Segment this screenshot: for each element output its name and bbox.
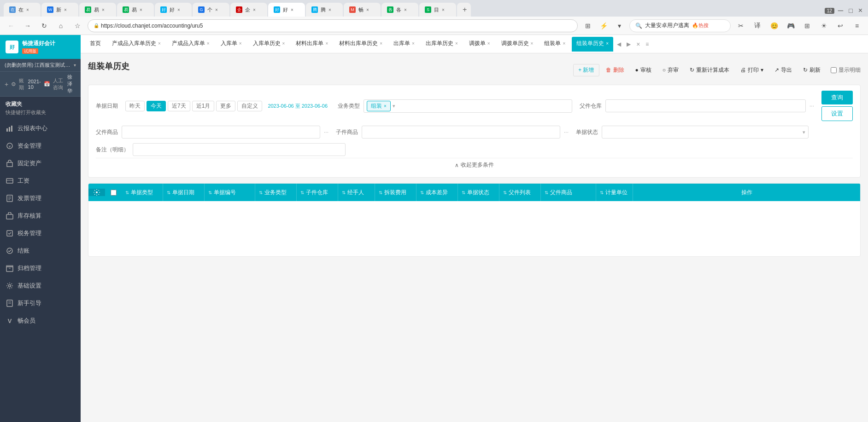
child-goods-more[interactable]: ··· <box>564 129 569 135</box>
th-biz-type[interactable]: ⇅ 业务类型 <box>255 184 297 201</box>
th-cost-diff[interactable]: ⇅ 成本差异 <box>416 184 458 201</box>
apps-icon[interactable]: ⊞ <box>581 19 594 32</box>
scissors-icon[interactable]: ✂ <box>734 19 747 32</box>
recalculate-button[interactable]: ↻ 重新计算成本 <box>685 64 734 76</box>
nav-tab-3[interactable]: 入库单 × <box>216 37 246 52</box>
tab-11[interactable]: 各 各 × <box>381 3 418 17</box>
nav-tab-9[interactable]: 调拨单 × <box>464 37 495 52</box>
abandon-button[interactable]: ○ 弃审 <box>658 64 683 76</box>
nav-tab-2[interactable]: 产成品入库单 × <box>167 37 214 52</box>
nav-tab-4-close[interactable]: × <box>282 41 285 46</box>
sidebar-item-salary[interactable]: 工资 <box>0 172 81 190</box>
th-parent-goods[interactable]: ⇅ 父件商品 <box>541 184 596 201</box>
nav-tab-10[interactable]: 调拨单历史 × <box>497 37 538 52</box>
nav-close-all-icon[interactable]: × <box>634 40 642 48</box>
th-parent-list[interactable]: ⇅ 父件列表 <box>499 184 541 201</box>
close-icon[interactable]: × <box>856 6 864 15</box>
nav-tab-7[interactable]: 出库单 × <box>389 37 419 52</box>
nav-tab-2-close[interactable]: × <box>207 41 210 46</box>
nav-tab-11-close[interactable]: × <box>563 41 565 46</box>
tab-close-12[interactable]: × <box>442 7 445 12</box>
minimize-icon[interactable]: ─ <box>836 6 845 15</box>
menu-icon[interactable]: ≡ <box>850 19 863 32</box>
th-checkbox[interactable] <box>105 190 122 196</box>
delete-button[interactable]: 🗑 删除 <box>601 64 629 76</box>
nav-tab-3-close[interactable]: × <box>239 41 242 46</box>
tab-close-1[interactable]: × <box>26 7 29 12</box>
sidebar-item-member[interactable]: V 畅会员 <box>0 312 81 330</box>
tab-close-2[interactable]: × <box>64 7 67 12</box>
tab-6[interactable]: G 个 × <box>193 3 229 17</box>
today-btn[interactable]: 今天 <box>147 101 166 111</box>
parent-goods-input[interactable] <box>122 126 320 139</box>
tab-close-3[interactable]: × <box>102 7 105 12</box>
tab-close-8[interactable]: × <box>291 7 293 12</box>
th-child-warehouse[interactable]: ⇅ 子件仓库 <box>297 184 338 201</box>
sidebar-item-settings[interactable]: 基础设置 <box>0 277 81 295</box>
translate-icon[interactable]: 译 <box>751 19 764 32</box>
sidebar-item-archive[interactable]: 归档管理 <box>0 260 81 277</box>
tag-close-icon[interactable]: × <box>384 104 387 109</box>
undo-icon[interactable]: ↩ <box>834 19 847 32</box>
sidebar-item-invoice[interactable]: 发票管理 <box>0 190 81 207</box>
game-icon[interactable]: 🎮 <box>784 19 797 32</box>
show-detail-checkbox[interactable]: 显示明细 <box>831 66 861 74</box>
show-detail-input[interactable] <box>831 67 837 73</box>
add-button-sidebar[interactable]: + <box>5 81 8 88</box>
sidebar-favorites[interactable]: 收藏夹 快捷键打开收藏夹 <box>0 97 81 120</box>
set-button[interactable]: 设置 <box>821 106 853 121</box>
sidebar-item-guide[interactable]: 新手引导 <box>0 295 81 312</box>
tab-1[interactable]: 在 在 × <box>4 3 41 17</box>
sidebar-item-reports[interactable]: 云报表中心 <box>0 120 81 137</box>
new-tab-button[interactable]: + <box>457 3 471 17</box>
th-bill-date[interactable]: ⇅ 单据日期 <box>163 184 205 201</box>
new-button[interactable]: + 新增 <box>573 64 599 76</box>
tab-close-10[interactable]: × <box>366 7 369 12</box>
business-type-input[interactable]: 组装 × ▾ <box>364 99 572 113</box>
more-btn[interactable]: 更多 <box>216 101 235 111</box>
export-button[interactable]: ↗ 导出 <box>770 64 797 76</box>
nav-tab-5-close[interactable]: × <box>325 41 328 46</box>
nav-more-icon[interactable]: ≡ <box>644 41 651 47</box>
refresh-button[interactable]: ↻ 刷新 <box>798 64 825 76</box>
remarks-input[interactable] <box>133 143 346 156</box>
custom-btn[interactable]: 自定义 <box>237 101 262 111</box>
parent-warehouse-input[interactable] <box>605 99 806 112</box>
tab-5[interactable]: 好 好 × <box>155 3 192 17</box>
tab-close-4[interactable]: × <box>140 7 142 12</box>
nav-tab-home[interactable]: 首页 <box>85 37 106 52</box>
tab-4[interactable]: 易 易 × <box>117 3 154 17</box>
th-disassemble-fee[interactable]: ⇅ 拆装费用 <box>375 184 416 201</box>
th-bill-type[interactable]: ⇅ 单据类型 <box>122 184 163 201</box>
business-type-dropdown[interactable]: ▾ <box>393 103 395 109</box>
nav-tab-6[interactable]: 材料出库单历史 × <box>334 37 387 52</box>
nav-tab-7-close[interactable]: × <box>412 41 415 46</box>
nav-prev-icon[interactable]: ◀ <box>615 41 623 47</box>
nav-tab-1[interactable]: 产成品入库单历史 × <box>107 37 165 52</box>
nav-tab-11[interactable]: 组装单 × <box>540 37 570 52</box>
tab-close-6[interactable]: × <box>215 7 218 12</box>
dropdown-arrow[interactable]: ▾ <box>613 19 626 32</box>
nav-tab-10-close[interactable]: × <box>531 41 534 46</box>
address-bar[interactable]: 🔒 https://cloud.chanjet.com/accounting/u… <box>88 19 578 32</box>
nav-tab-8[interactable]: 出库单历史 × <box>421 37 463 52</box>
child-goods-input[interactable] <box>362 126 560 139</box>
reload-button[interactable]: ↻ <box>38 19 51 32</box>
yesterday-btn[interactable]: 昨天 <box>125 101 145 111</box>
sidebar-item-assets[interactable]: 固定资产 <box>0 155 81 172</box>
select-all-checkbox[interactable] <box>111 190 117 196</box>
tab-9[interactable]: 腾 腾 × <box>306 3 343 17</box>
tab-8[interactable]: 好 好 × <box>268 3 305 17</box>
collapse-button[interactable]: ∧ 收起更多条件 <box>96 158 853 172</box>
1month-btn[interactable]: 近1月 <box>192 101 215 111</box>
parent-goods-more[interactable]: ··· <box>324 129 328 135</box>
th-unit[interactable]: ⇅ 计量单位 <box>596 184 633 201</box>
query-button[interactable]: 查询 <box>821 91 853 104</box>
sidebar-item-funds[interactable]: ¥ 资金管理 <box>0 137 81 155</box>
nav-tab-5[interactable]: 材料出库单 × <box>291 37 333 52</box>
grid-icon[interactable]: ⊞ <box>801 19 814 32</box>
sidebar-item-inventory[interactable]: 库存核算 <box>0 207 81 225</box>
home-button[interactable]: ⌂ <box>54 19 67 32</box>
nav-tab-12-close[interactable]: × <box>606 41 609 46</box>
search-bar[interactable]: 🔍 大量安卓用户逃离 🔥热搜 <box>629 19 731 32</box>
